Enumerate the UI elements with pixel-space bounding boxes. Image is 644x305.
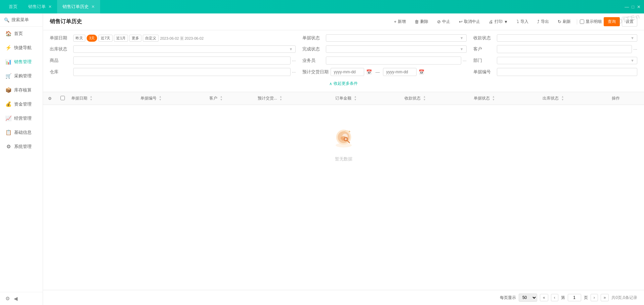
sidebar-item-purchase[interactable]: 🛒 采购管理 [0, 69, 43, 83]
table-area: ⚙ 单据日期 ▲▼ 单据编号 ▲▼ [43, 92, 644, 290]
sort-no-icon[interactable]: ▲▼ [159, 96, 162, 101]
display-detail-checkbox-group[interactable]: 显示明细 [580, 19, 602, 25]
sort-date-icon[interactable]: ▲▼ [90, 96, 92, 101]
department-select[interactable]: ▼ [497, 57, 637, 64]
purchase-icon: 🛒 [5, 73, 11, 79]
date-yesterday-btn[interactable]: 昨天 [73, 35, 85, 42]
th-customer[interactable]: 客户 ▲▼ [207, 92, 255, 105]
th-expected-date-label: 预计交货... [258, 96, 277, 101]
receipt-status-select[interactable]: ▼ [497, 34, 637, 42]
th-out-status[interactable]: 出库状态 ▲▼ [540, 92, 609, 105]
sidebar-item-inventory[interactable]: 📦 库存核算 [0, 83, 43, 97]
import-label: 导入 [520, 19, 528, 25]
sidebar-item-finance[interactable]: 💰 资金管理 [0, 97, 43, 111]
date-3days-btn[interactable]: 3天 [87, 35, 97, 42]
th-expected-date[interactable]: 预计交货... ▲▼ [255, 92, 333, 105]
order-status-select[interactable]: ▼ [326, 34, 466, 42]
close-btn[interactable]: ✕ [637, 4, 641, 9]
tab-home[interactable]: 首页 [3, 0, 23, 13]
salesperson-dots-icon[interactable]: ··· [463, 58, 467, 63]
order-no-input[interactable] [497, 68, 637, 76]
export-button[interactable]: ⤴ 导出 [534, 17, 552, 26]
th-date[interactable]: 单据日期 ▲▼ [69, 92, 138, 105]
product-dots-icon[interactable]: ··· [292, 58, 296, 63]
sidebar-item-system[interactable]: ⚙ 系统管理 [0, 140, 43, 154]
sales-icon: 📊 [5, 59, 11, 65]
date-custom-btn[interactable]: 自定义 [143, 35, 159, 42]
tab-sales-order-history-label: 销售订单历史 [62, 4, 89, 10]
date-1month-btn[interactable]: 近1月 [114, 35, 128, 42]
settings-button[interactable]: 设置 [622, 17, 637, 27]
refresh-button[interactable]: ↻ 刷新 [554, 17, 574, 26]
table-settings-icon[interactable]: ⚙ [48, 96, 52, 101]
th-amount[interactable]: 订单金额 ▲▼ [333, 92, 402, 105]
sidebar-item-basic[interactable]: 📋 基础信息 [0, 125, 43, 140]
page-label: 第 [561, 295, 565, 301]
collapse-btn[interactable]: ∧ 收起更多条件 [50, 79, 637, 88]
filter-row-1: 单据日期 昨天 3天 近7天 近1月 更多 自定义 2023-06-02 至 2… [50, 34, 637, 42]
calendar-end-icon[interactable]: 📅 [419, 69, 424, 75]
calendar-start-icon[interactable]: 📅 [366, 69, 372, 75]
sidebar-search[interactable]: 🔍 搜索菜单 [0, 13, 43, 27]
sidebar-item-quick-nav[interactable]: ⚡ 快捷导航 [0, 41, 43, 55]
import-button[interactable]: ⤵ 导入 [513, 17, 532, 26]
tab-sales-order-history[interactable]: 销售订单历史 ✕ [57, 0, 100, 13]
chevron-up-icon: ∧ [329, 81, 332, 86]
page-header: 销售订单历史 + 新增 🗑 删除 ⊘ 中止 ↩ 取消中止 [43, 13, 644, 30]
tab-sales-order[interactable]: 销售订单 ✕ [23, 0, 57, 13]
complete-status-select[interactable]: ▼ [326, 45, 466, 53]
th-checkbox[interactable] [56, 92, 69, 105]
filter-salesperson-field: 业务员 ··· [302, 56, 466, 65]
sort-amount-icon[interactable]: ▲▼ [354, 96, 357, 101]
sort-order-status-icon[interactable]: ▲▼ [492, 96, 495, 101]
sidebar-item-inventory-label: 库存核算 [14, 87, 32, 93]
tab-sales-order-history-close[interactable]: ✕ [91, 4, 95, 9]
tab-sales-order-close[interactable]: ✕ [48, 4, 52, 9]
order-status-label: 单据状态 [302, 35, 326, 41]
delete-button[interactable]: 🗑 删除 [411, 17, 432, 26]
warehouse-dots-icon[interactable]: ··· [292, 69, 296, 75]
expected-date-end-input[interactable] [383, 68, 417, 76]
sort-out-status-icon[interactable]: ▲▼ [561, 96, 564, 101]
sidebar-item-operation[interactable]: 📈 经营管理 [0, 111, 43, 125]
prev-page-btn[interactable]: ‹ [551, 294, 558, 301]
sidebar-item-home[interactable]: 🏠 首页 [0, 27, 43, 41]
toolbar-divider [577, 19, 577, 25]
query-button[interactable]: 查询 [604, 17, 620, 26]
cancel-stop-button[interactable]: ↩ 取消中止 [456, 17, 483, 26]
th-receipt-status[interactable]: 收款状态 ▲▼ [402, 92, 471, 105]
system-icon: ⚙ [5, 144, 11, 150]
th-order-status[interactable]: 单据状态 ▲▼ [471, 92, 540, 105]
warehouse-input[interactable] [73, 68, 291, 76]
page-size-select[interactable]: 50 10 20 100 [519, 294, 537, 302]
first-page-btn[interactable]: « [540, 294, 548, 301]
sidebar-item-sales[interactable]: 📊 销售管理 [0, 55, 43, 69]
sort-expected-date-icon[interactable]: ▲▼ [280, 96, 282, 101]
current-page-input[interactable] [568, 294, 581, 301]
sort-receipt-icon[interactable]: ▲▼ [423, 96, 426, 101]
minimize-btn[interactable]: — [625, 4, 629, 9]
maximize-btn[interactable]: □ [632, 4, 634, 9]
last-page-btn[interactable]: » [601, 294, 609, 301]
th-no[interactable]: 单据编号 ▲▼ [138, 92, 207, 105]
product-input[interactable] [73, 56, 291, 65]
expected-date-start-input[interactable] [331, 68, 364, 76]
customer-input[interactable] [497, 45, 632, 53]
add-button[interactable]: + 新增 [391, 17, 410, 26]
sidebar-collapse-icon[interactable]: ◀ [14, 296, 18, 302]
sidebar-settings-icon[interactable]: ⚙ [5, 296, 10, 302]
th-no-label: 单据编号 [140, 96, 157, 101]
select-all-checkbox[interactable] [60, 96, 65, 100]
salesperson-input[interactable] [326, 56, 461, 65]
customer-dots-icon[interactable]: ··· [633, 46, 637, 52]
sort-customer-icon[interactable]: ▲▼ [220, 96, 223, 101]
th-settings[interactable]: ⚙ [43, 92, 56, 105]
print-button[interactable]: 🖨 打印 ▼ [485, 17, 511, 26]
out-status-select[interactable]: ▼ [73, 45, 296, 53]
next-page-btn[interactable]: › [591, 294, 598, 301]
date-7days-btn[interactable]: 近7天 [98, 35, 113, 42]
stop-button[interactable]: ⊘ 中止 [434, 17, 454, 26]
sidebar: 🔍 搜索菜单 🏠 首页 ⚡ 快捷导航 📊 销售管理 🛒 采购管理 📦 库存 [0, 13, 43, 305]
date-more-btn[interactable]: 更多 [129, 35, 141, 42]
display-detail-checkbox[interactable] [580, 20, 584, 24]
